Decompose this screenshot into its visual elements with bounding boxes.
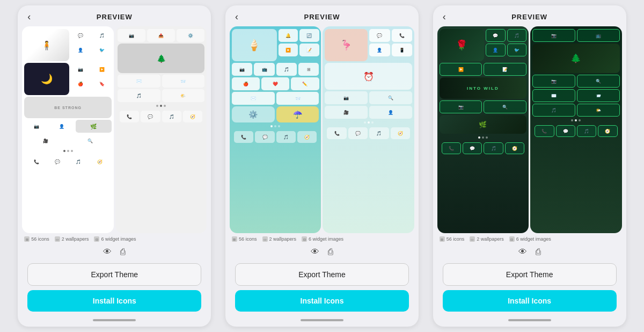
eye-icon-dark[interactable]: 👁 (518, 247, 527, 257)
preview-phones-dark: 🌹 💬 🎵 👤 🐦 (437, 26, 622, 233)
stat-icons-dark: ⊞ 56 icons (440, 236, 465, 242)
panel-pastel-header: ‹ PREVIEW (225, 5, 419, 26)
panels-container: ‹ PREVIEW 🧍 💬 (0, 0, 644, 332)
widget-icon-mono: ⊟ (94, 236, 99, 242)
wallpaper-icon-pastel: ▭ (262, 236, 268, 242)
phone-right-dark: 📷 📺 🌲 📷 🔍 ✉️ 📨 (530, 26, 622, 233)
eye-icon-mono[interactable]: 👁 (103, 247, 112, 257)
phone-left-dark: 🌹 💬 🎵 👤 🐦 (437, 26, 529, 233)
widget-icon-pastel: ⊟ (302, 236, 307, 242)
back-button-dark[interactable]: ‹ (443, 11, 446, 23)
share-icon-pastel[interactable]: ⎙ (328, 247, 333, 257)
stat-widgets-dark: ⊟ 6 widget images (509, 236, 551, 242)
share-icon-dark[interactable]: ⎙ (536, 247, 541, 257)
buttons-area-mono: Export Theme Install Icons (18, 259, 211, 318)
phone-left-pastel: 🍦 🔔 🔄 ▶️ 📝 (230, 26, 321, 233)
preview-phones-pastel: 🍦 🔔 🔄 ▶️ 📝 (230, 26, 414, 233)
wallpaper-icon-mono: ▭ (55, 236, 60, 242)
widget-icon-dark: ⊟ (509, 236, 515, 242)
export-button-dark[interactable]: Export Theme (443, 263, 617, 286)
phone-right-pastel: 🦩 💬 📞 👤 📱 (323, 26, 414, 233)
phone-left-mono: 🧍 💬 🎵 👤 🐦 (22, 26, 114, 233)
stat-wallpapers-mono: ▭ 2 wallpapers (55, 236, 89, 242)
stats-bar-pastel: ⊞ 56 icons ▭ 2 wallpapers ⊟ 6 widget ima… (225, 233, 419, 245)
stat-icons-mono: ⊞ 56 icons (24, 236, 49, 242)
stats-bar-mono: ⊞ 56 icons ▭ 2 wallpapers ⊟ 6 widget ima… (18, 233, 211, 245)
action-row-mono: 👁 ⎙ (97, 245, 132, 259)
install-button-pastel[interactable]: Install Icons (235, 290, 409, 312)
panel-mono-header: ‹ PREVIEW (18, 5, 211, 26)
preview-title-pastel: PREVIEW (304, 13, 340, 21)
stat-icons-pastel: ⊞ 56 icons (232, 236, 257, 242)
stat-widgets-mono: ⊟ 6 widget images (94, 236, 136, 242)
share-icon-mono[interactable]: ⎙ (120, 247, 126, 257)
phone-right-mono: 📷 📤 ⚙️ 🌲 ✉️ 📨 🎵 � (115, 26, 207, 233)
back-button-pastel[interactable]: ‹ (235, 11, 238, 23)
buttons-area-pastel: Export Theme Install Icons (225, 259, 419, 318)
stat-wallpapers-dark: ▭ 2 wallpapers (470, 236, 504, 242)
icons-icon-dark: ⊞ (440, 236, 445, 242)
panel-dark: ‹ PREVIEW 🌹 💬 🎵 (433, 5, 626, 327)
export-button-pastel[interactable]: Export Theme (235, 263, 409, 286)
panel-pastel: ‹ PREVIEW 🍦 🔔 🔄 (225, 5, 419, 327)
home-indicator-dark (508, 319, 551, 321)
icons-icon-mono: ⊞ (24, 236, 30, 242)
panel-dark-header: ‹ PREVIEW (433, 5, 626, 26)
wallpaper-icon-dark: ▭ (470, 236, 475, 242)
install-button-mono[interactable]: Install Icons (27, 290, 201, 312)
icons-icon-pastel: ⊞ (232, 236, 237, 242)
preview-title-dark: PREVIEW (511, 13, 547, 21)
home-indicator-pastel (301, 319, 343, 321)
preview-title-mono: PREVIEW (97, 13, 133, 21)
panel-mono: ‹ PREVIEW 🧍 💬 (18, 5, 211, 327)
install-button-dark[interactable]: Install Icons (443, 290, 617, 312)
stat-wallpapers-pastel: ▭ 2 wallpapers (262, 236, 297, 242)
preview-phones-mono: 🧍 💬 🎵 👤 🐦 (22, 26, 207, 233)
action-row-dark: 👁 ⎙ (512, 245, 547, 259)
eye-icon-pastel[interactable]: 👁 (311, 247, 319, 257)
action-row-pastel: 👁 ⎙ (304, 245, 340, 259)
stats-bar-dark: ⊞ 56 icons ▭ 2 wallpapers ⊟ 6 widget ima… (433, 233, 626, 245)
back-button-mono[interactable]: ‹ (27, 11, 31, 23)
home-indicator-mono (93, 319, 136, 321)
buttons-area-dark: Export Theme Install Icons (433, 259, 626, 318)
stat-widgets-pastel: ⊟ 6 widget images (302, 236, 343, 242)
export-button-mono[interactable]: Export Theme (27, 263, 201, 286)
